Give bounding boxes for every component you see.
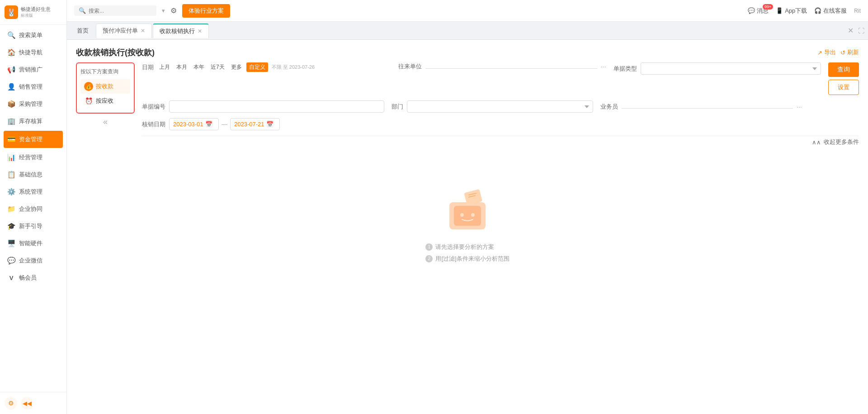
empty-state: 1 请先选择要分析的方案 2 用[过滤]条件来缩小分析范围 — [67, 152, 868, 301]
sidebar-item-wechat[interactable]: 💬 企业微信 — [0, 252, 66, 269]
filter-box: 按以下方案查询 💰 按收款 ⏰ 按应收 — [76, 62, 135, 114]
sidebar-item-label: 经营管理 — [19, 153, 42, 162]
sidebar-item-marketing[interactable]: 📢 营销推广 — [0, 61, 66, 78]
settings-icon[interactable]: ⚙ — [5, 397, 17, 409]
filter-option-receipt[interactable]: 💰 按收款 — [80, 79, 130, 94]
writeoff-end-date[interactable]: 2023-07-21 📅 — [230, 118, 280, 130]
export-button[interactable]: ↗ 导出 — [817, 48, 836, 57]
sidebar-item-sales[interactable]: 👤 销售管理 — [0, 78, 66, 95]
sidebar-item-enterprise[interactable]: 📁 企业协同 — [0, 200, 66, 218]
department-select[interactable] — [407, 100, 593, 113]
counterparty-more-icon[interactable]: ··· — [601, 63, 606, 70]
date-filters: 上月 本月 本年 近7天 更多 自定义 — [157, 62, 268, 72]
sidebar-menu: 🔍 搜索菜单 🏠 快捷导航 📢 营销推广 👤 销售管理 📦 采购管理 🏢 库存核… — [0, 25, 66, 392]
export-icon: ↗ — [817, 49, 822, 56]
enterprise-icon: 📁 — [7, 205, 15, 213]
tab-collection[interactable]: 收款核销执行 ✕ — [153, 24, 209, 38]
filter-option-receivable[interactable]: ⏰ 按应收 — [80, 94, 130, 108]
app-download-action[interactable]: 📱 App下载 — [776, 7, 807, 15]
empty-hint2: 2 用[过滤]条件来缩小分析范围 — [425, 253, 509, 265]
counterparty-label: 往来单位 — [398, 62, 422, 71]
collection-tab-close-icon[interactable]: ✕ — [198, 28, 202, 34]
last7days-btn[interactable]: 近7天 — [209, 62, 226, 72]
sidebar-item-finance[interactable]: 💳 资金管理 — [4, 131, 63, 148]
collapse-more-button[interactable]: ∧∧ 收起更多条件 — [142, 136, 859, 148]
query-button[interactable]: 查询 — [828, 62, 859, 77]
online-service-action[interactable]: 🎧 在线客服 — [814, 7, 847, 15]
page-header: 收款核销执行(按收款) ↗ 导出 ↺ 刷新 — [67, 40, 868, 62]
inventory-icon: 🏢 — [7, 117, 15, 125]
tab-prepay[interactable]: 预付冲应付单 ✕ — [96, 24, 152, 38]
current-year-btn[interactable]: 本年 — [192, 62, 206, 72]
calendar-start-icon[interactable]: 📅 — [205, 121, 212, 128]
search-box[interactable]: 🔍 — [74, 5, 156, 16]
collapse-more-label: 收起更多条件 — [824, 138, 859, 146]
finance-icon: 💳 — [7, 135, 15, 143]
sidebar-item-member[interactable]: V 畅会员 — [0, 269, 66, 286]
expand-icon[interactable]: ⛶ — [858, 27, 864, 34]
page-title: 收款核销执行(按收款) — [76, 47, 155, 58]
svg-point-2 — [460, 213, 464, 217]
sidebar-item-inventory[interactable]: 🏢 库存核算 — [0, 113, 66, 130]
setting-button[interactable]: 设置 — [828, 80, 859, 95]
sidebar-item-guide[interactable]: 🎓 新手引导 — [0, 218, 66, 235]
writeoff-date-range: 2023-03-01 📅 — 2023-07-21 📅 — [169, 118, 280, 130]
sidebar-item-operation[interactable]: 📊 经营管理 — [0, 149, 66, 166]
search-input[interactable] — [89, 8, 152, 14]
custom-date-btn[interactable]: 自定义 — [246, 62, 268, 72]
guide-icon: 🎓 — [7, 222, 15, 230]
member-icon: V — [7, 274, 15, 282]
prev-month-btn[interactable]: 上月 — [157, 62, 172, 72]
gear-icon[interactable]: ⚙ — [170, 6, 177, 15]
empty-hint1: 1 请先选择要分析的方案 — [425, 241, 509, 253]
voucher-type-select[interactable] — [641, 62, 821, 75]
solution-button[interactable]: 体验行业方案 — [182, 4, 230, 18]
sidebar-item-system[interactable]: ⚙️ 系统管理 — [0, 183, 66, 200]
refresh-button[interactable]: ↺ 刷新 — [840, 48, 859, 57]
app-download-label: App下载 — [785, 7, 807, 15]
basic-info-icon: 📋 — [7, 171, 15, 179]
sidebar-item-label: 企业微信 — [19, 257, 42, 265]
message-badge: 99+ — [763, 4, 773, 10]
topbar: 🔍 ▾ ⚙ 体验行业方案 💬 消息 99+ 📱 App下载 🎧 在线客服 Rit — [67, 0, 868, 22]
page-actions: ↗ 导出 ↺ 刷新 — [817, 48, 859, 57]
chevron-down-icon[interactable]: ▾ — [162, 7, 165, 14]
date-dash: — — [222, 121, 227, 128]
collapse-filter-icon[interactable]: « — [103, 117, 108, 127]
sidebar-item-label: 企业协同 — [19, 205, 42, 213]
writeoff-start-date[interactable]: 2023-03-01 📅 — [169, 118, 219, 130]
sidebar-item-quick-nav[interactable]: 🏠 快捷导航 — [0, 44, 66, 61]
message-action[interactable]: 💬 消息 99+ — [748, 7, 769, 15]
calendar-end-icon[interactable]: 📅 — [266, 121, 274, 128]
empty-illustration — [440, 189, 495, 234]
sidebar-item-hardware[interactable]: 🖥️ 智能硬件 — [0, 235, 66, 252]
prepay-tab-close-icon[interactable]: ✕ — [141, 28, 145, 34]
refresh-icon: ↺ — [840, 49, 845, 56]
collection-tab-label: 收款核销执行 — [160, 27, 195, 35]
voucher-no-label: 单据编号 — [142, 103, 165, 111]
more-date-btn[interactable]: 更多 — [229, 62, 244, 72]
salesperson-label: 业务员 — [600, 103, 618, 111]
close-window-icon[interactable]: ✕ — [848, 26, 854, 35]
collapse-sidebar-button[interactable]: ◀◀ — [21, 397, 33, 409]
tab-home[interactable]: 首页 — [71, 24, 95, 38]
empty-text: 1 请先选择要分析的方案 2 用[过滤]条件来缩小分析范围 — [425, 241, 509, 265]
purchase-icon: 📦 — [7, 100, 15, 108]
topbar-actions: 💬 消息 99+ 📱 App下载 🎧 在线客服 Rit — [748, 7, 861, 15]
sidebar-item-basic-info[interactable]: 📋 基础信息 — [0, 166, 66, 183]
current-month-btn[interactable]: 本月 — [175, 62, 189, 72]
sidebar-item-search[interactable]: 🔍 搜索菜单 — [0, 27, 66, 44]
sidebar-item-purchase[interactable]: 📦 采购管理 — [0, 95, 66, 113]
wechat-icon: 💬 — [7, 257, 15, 265]
voucher-type-label: 单据类型 — [613, 65, 637, 73]
user-name[interactable]: Rit — [854, 8, 861, 14]
filter-option-receivable-label: 按应收 — [96, 97, 113, 105]
voucher-no-input[interactable] — [169, 100, 384, 113]
sidebar-item-label: 系统管理 — [19, 188, 42, 196]
sidebar-footer: ⚙ ◀◀ — [0, 392, 66, 414]
department-label: 部门 — [392, 103, 403, 111]
salesperson-more-icon[interactable]: ··· — [797, 103, 802, 110]
date-range-hint: 不限 至 2023-07-26 — [272, 64, 315, 71]
home-tab-label: 首页 — [77, 27, 89, 35]
sidebar-item-label: 采购管理 — [19, 100, 42, 108]
